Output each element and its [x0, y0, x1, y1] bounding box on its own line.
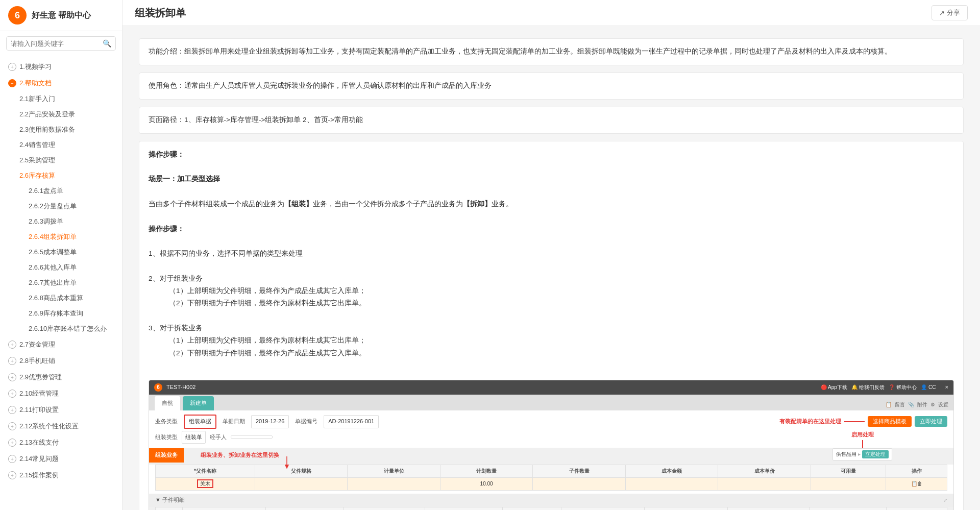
- sidebar-item-customize[interactable]: + 2.12系统个性化设置: [0, 418, 122, 434]
- sidebar-item-biz-mgmt[interactable]: + 2.10经营管理: [0, 385, 122, 402]
- tab-bar: 自然 新建单 📋留言 📎附件 ⚙设置: [149, 395, 953, 410]
- sidebar-item-other-out[interactable]: 2.6.7其他出库单: [0, 275, 122, 290]
- date-label: 单据日期: [223, 417, 245, 427]
- sidebar-item-stocktake[interactable]: 2.6.1盘点单: [0, 183, 122, 199]
- tab-natural[interactable]: 自然: [154, 396, 181, 410]
- sidebar-item-install[interactable]: 2.2产品安装及登录: [0, 107, 122, 122]
- col-sub-qty-batch: 数量/批次: [727, 507, 809, 510]
- col-sub-batch-stock: *批次库存: [644, 507, 727, 510]
- top-table-area: *父件名称 父件规格 计量单位 计划数量 子件数量 成本金额 成本单价 可用量 …: [149, 465, 953, 494]
- sim-screenshot-body: 6 TEST-H002 🔴 App下载 🔔 给我们反馈 ❓ 帮助中心 👤 CC …: [149, 380, 953, 510]
- sidebar-item-assembly[interactable]: 2.6.4组装拆卸单: [0, 229, 122, 245]
- sidebar-item-print[interactable]: + 2.11打印设置: [0, 402, 122, 418]
- window-logo: 6: [154, 383, 162, 392]
- sidebar-item-other-in[interactable]: 2.6.6其他入库单: [0, 260, 122, 275]
- annotation3-text: 启用处理: [851, 430, 874, 440]
- type-value[interactable]: 组装单据: [184, 415, 216, 429]
- sidebar-item-transfer[interactable]: 2.6.3调拨单: [0, 214, 122, 229]
- sidebar-header: 6 好生意 帮助中心: [0, 0, 122, 31]
- sidebar-item-cost-adjust[interactable]: 2.6.5成本调整单: [0, 245, 122, 260]
- sidebar-item-label: 2.2产品安装及登录: [19, 110, 75, 119]
- expand-icon-coupon: +: [8, 373, 16, 381]
- sidebar-item-cases[interactable]: + 2.15操作案例: [0, 467, 122, 483]
- expand-icon-customize: +: [8, 422, 16, 430]
- annotation3-line: [862, 440, 863, 448]
- sidebar-item-stock-ledger[interactable]: 2.6.9库存账本查询: [0, 306, 122, 321]
- sidebar-item-label: 2.14常见问题: [19, 454, 59, 464]
- btn-confirm[interactable]: 立即处理: [915, 416, 947, 427]
- sidebar-item-mobile[interactable]: + 2.8手机旺铺: [0, 353, 122, 369]
- window-close-icon: ×: [945, 382, 948, 393]
- screenshot: 6 TEST-H002 🔴 App下载 🔔 给我们反馈 ❓ 帮助中心 👤 CC …: [149, 380, 954, 510]
- person-label: 经手人: [210, 432, 227, 443]
- expand-table-btn[interactable]: ⤢: [943, 496, 947, 505]
- collapse-icon: −: [8, 79, 16, 87]
- col-sub-qty: 子件数量: [533, 465, 626, 478]
- sidebar-item-data-prep[interactable]: 2.3使用前数据准备: [0, 122, 122, 137]
- topbar: 组装拆卸单 ↗ 分享: [122, 0, 980, 26]
- form-row: 业务类型 组装单据 单据日期 2019-12-26 单据编号 AD-201912…: [155, 415, 947, 429]
- scene1-title: 场景一：加工类型选择: [149, 173, 954, 185]
- search-box[interactable]: 🔍: [6, 36, 116, 51]
- step2: 2、对于组装业务: [149, 273, 954, 285]
- bottom-section-header: ▼ 子件明细 ⤢: [149, 494, 953, 507]
- col-sub-plan-qty: 计划数量: [425, 507, 502, 510]
- parent-name-cell: 关木: [197, 479, 213, 488]
- page-title: 组装拆卸单: [135, 6, 186, 20]
- sidebar-item-payment[interactable]: + 2.13在线支付: [0, 434, 122, 451]
- sidebar-item-label: 2.4销售管理: [19, 140, 55, 150]
- step3: 3、对于拆装业务: [149, 322, 954, 334]
- sidebar-item-label: 2.1新手入门: [19, 94, 55, 104]
- col-sub-spec1: 规格型号: [266, 507, 344, 510]
- tab-new-order[interactable]: 新建单: [183, 396, 214, 410]
- sidebar-item-purchase[interactable]: 2.5采购管理: [0, 153, 122, 168]
- annotation1-area: 有装配清单的在这里处理 选择商品模板 立即处理: [779, 416, 947, 427]
- col-sub-spec2: 规格/型号: [344, 507, 425, 510]
- nav-tree: + 1.视频学习 − 2.帮助文档 2.1新手入门 2.2产品安装及登录 2.3…: [0, 56, 122, 510]
- sidebar-item-label: 2.6.2分量盘点单: [29, 202, 77, 211]
- section-top-header: 组装业务: [149, 448, 184, 463]
- search-input[interactable]: [11, 40, 103, 47]
- sidebar-item-faq[interactable]: + 2.14常见问题: [0, 451, 122, 467]
- sidebar-item-ledger-fix[interactable]: 2.6.10库存账本错了怎么办: [0, 321, 122, 336]
- expand-icon-cases: +: [8, 471, 16, 479]
- sidebar-item-label: 2.6库存核算: [19, 171, 55, 180]
- sidebar-item-finance[interactable]: + 2.7资金管理: [0, 336, 122, 353]
- tab-right-actions: 📋留言 📎附件 ⚙设置: [886, 399, 948, 410]
- step3-1: （1）上部明细为父件明细，最终作为原材料生成其它出库单；: [169, 334, 954, 347]
- sidebar-item-sales[interactable]: 2.4销售管理: [0, 137, 122, 153]
- col-cost-price: 成本单价: [718, 465, 811, 478]
- col-sub-stock-qty: 库存数量: [809, 507, 887, 510]
- col-sub-num: #: [156, 507, 183, 510]
- top-table: *父件名称 父件规格 计量单位 计划数量 子件数量 成本金额 成本单价 可用量 …: [155, 465, 947, 491]
- sidebar-item-help-docs[interactable]: − 2.帮助文档: [0, 75, 122, 91]
- window-bar: 6 TEST-H002 🔴 App下载 🔔 给我们反馈 ❓ 帮助中心 👤 CC …: [149, 380, 953, 395]
- sidebar-item-label: 2.13在线支付: [19, 438, 59, 447]
- sidebar-item-video-learning[interactable]: + 1.视频学习: [0, 59, 122, 75]
- col-op: 操作: [886, 465, 947, 478]
- sidebar-item-label: 1.视频学习: [19, 62, 52, 71]
- sidebar-item-coupon[interactable]: + 2.9优惠券管理: [0, 369, 122, 385]
- annotation1-text: 有装配清单的在这里处理: [779, 417, 841, 427]
- btn-select-template[interactable]: 选择商品模板: [868, 416, 912, 427]
- expand-icon-mobile: +: [8, 357, 16, 365]
- annotation2-arrow: [282, 456, 312, 472]
- form-row2: 组装类型 组装单 经手人 启用处理 供售品用 ▸: [155, 431, 947, 444]
- search-button[interactable]: 🔍: [103, 39, 111, 47]
- sidebar-item-label: 2.6.4组装拆卸单: [29, 232, 77, 241]
- annotation1-line: [844, 421, 865, 422]
- share-button[interactable]: ↗ 分享: [932, 5, 968, 20]
- sidebar-item-beginner[interactable]: 2.1新手入门: [0, 91, 122, 107]
- sidebar-item-label: 2.15操作案例: [19, 471, 59, 480]
- sidebar-item-label: 2.6.5成本调整单: [29, 248, 77, 257]
- col-sub-item-name: *子件名称: [183, 507, 266, 510]
- person-value: [231, 435, 273, 439]
- sidebar-item-label: 2.9优惠券管理: [19, 373, 62, 382]
- sidebar-item-partial-stocktake[interactable]: 2.6.2分量盘点单: [0, 199, 122, 214]
- col-cost-amt: 成本金额: [625, 465, 718, 478]
- sidebar-item-cost-recalc[interactable]: 2.6.8商品成本重算: [0, 290, 122, 306]
- step2-1: （1）上部明细为父件明细，最终作为产成品生成其它入库单；: [169, 285, 954, 297]
- path-block: 页面路径：1、库存核算->库存管理->组装拆卸单 2、首页->常用功能: [139, 107, 964, 134]
- sidebar-item-label: 2.8手机旺铺: [19, 356, 55, 366]
- sidebar-item-inventory[interactable]: 2.6库存核算: [0, 168, 122, 183]
